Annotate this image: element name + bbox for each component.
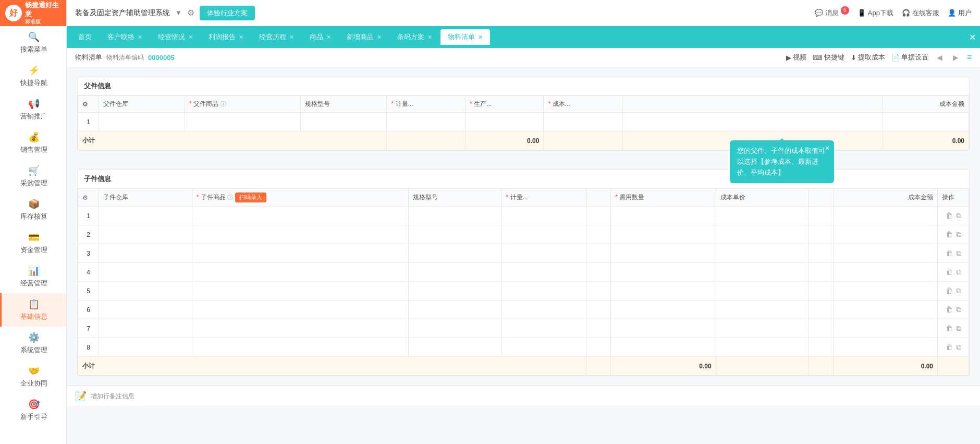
sidebar-item-enterprise[interactable]: 🤝 企业协同 [0, 360, 66, 393]
tab-goods[interactable]: 商品 ✕ [302, 29, 338, 45]
sidebar-item-inventory[interactable]: 📦 库存核算 [0, 193, 66, 226]
child-unit-8[interactable] [501, 338, 586, 357]
copy-icon[interactable]: ⧉ [956, 268, 961, 277]
delete-icon[interactable]: 🗑 [946, 305, 953, 314]
tooltip-close-icon[interactable]: ✕ [825, 143, 830, 153]
child-price-7[interactable] [716, 319, 809, 338]
child-unit-2[interactable] [501, 225, 586, 244]
child-warehouse-5[interactable] [99, 282, 192, 301]
parent-unit-cell[interactable] [387, 113, 466, 131]
tab-close-icon[interactable]: ✕ [326, 34, 331, 41]
child-goods-7[interactable] [192, 319, 408, 338]
child-unit-4[interactable] [501, 263, 586, 282]
child-goods-2[interactable] [192, 225, 408, 244]
child-price-2[interactable] [716, 225, 809, 244]
breadcrumb-item1[interactable]: 物料清单 [75, 53, 102, 62]
child-spec-4[interactable] [408, 263, 501, 282]
copy-icon[interactable]: ⧉ [956, 343, 961, 352]
child-warehouse-1[interactable] [99, 207, 192, 225]
user-item[interactable]: 👤 用户 [948, 8, 972, 18]
parent-warehouse-cell[interactable] [99, 113, 185, 131]
single-settings-btn[interactable]: 📄 单据设置 [891, 53, 928, 62]
tab-operations[interactable]: 经营情况 ✕ [151, 29, 200, 45]
copy-icon[interactable]: ⧉ [956, 305, 961, 314]
tab-new-goods[interactable]: 新增商品 ✕ [339, 29, 389, 45]
sidebar-item-search[interactable]: 🔍 搜索菜单 [0, 26, 66, 59]
parent-cost-cell[interactable] [544, 113, 622, 131]
child-qty-3[interactable] [611, 244, 716, 263]
sidebar-item-purchase[interactable]: 🛒 采购管理 [0, 160, 66, 193]
child-spec-5[interactable] [408, 282, 501, 301]
child-unit-3[interactable] [501, 244, 586, 263]
copy-icon[interactable]: ⧉ [956, 230, 961, 239]
child-qty-1[interactable] [611, 207, 716, 225]
next-arrow-icon[interactable]: ▶ [951, 52, 961, 63]
child-goods-4[interactable] [192, 263, 408, 282]
trial-button[interactable]: 体验行业方案 [200, 6, 255, 20]
child-price-6[interactable] [716, 301, 809, 319]
child-qty-7[interactable] [611, 319, 716, 338]
tab-bom[interactable]: 物料清单 ✕ [440, 29, 490, 45]
child-price-5[interactable] [716, 282, 809, 301]
delete-icon[interactable]: 🗑 [946, 230, 953, 239]
parent-goods-cell[interactable] [185, 113, 300, 131]
delete-icon[interactable]: 🗑 [946, 249, 953, 258]
child-goods-3[interactable] [192, 244, 408, 263]
child-price-4[interactable] [716, 263, 809, 282]
child-spec-3[interactable] [408, 244, 501, 263]
delete-icon[interactable]: 🗑 [946, 343, 953, 352]
prev-arrow-icon[interactable]: ◀ [935, 52, 945, 63]
tab-history[interactable]: 经营历程 ✕ [252, 29, 301, 45]
child-spec-8[interactable] [408, 338, 501, 357]
tab-close-icon[interactable]: ✕ [289, 34, 294, 41]
child-goods-5[interactable] [192, 282, 408, 301]
settings-icon[interactable]: ⚙ [187, 8, 194, 18]
add-row-icon[interactable]: 📝 [75, 390, 87, 402]
tab-close-icon[interactable]: ✕ [188, 34, 193, 41]
sidebar-item-basic-info[interactable]: 📋 基础信息 [0, 293, 66, 327]
child-qty-4[interactable] [611, 263, 716, 282]
online-service-item[interactable]: 🎧 在线客服 [902, 8, 939, 18]
child-goods-6[interactable] [192, 301, 408, 319]
sidebar-item-nav[interactable]: ⚡ 快捷导航 [0, 59, 66, 93]
child-spec-6[interactable] [408, 301, 501, 319]
delete-icon[interactable]: 🗑 [946, 211, 953, 220]
close-all-tabs-icon[interactable]: ✕ [969, 32, 976, 42]
sidebar-item-marketing[interactable]: 📢 营销推广 [0, 93, 66, 126]
child-qty-5[interactable] [611, 282, 716, 301]
child-warehouse-3[interactable] [99, 244, 192, 263]
sidebar-item-operations[interactable]: 📊 经营管理 [0, 260, 66, 293]
delete-icon[interactable]: 🗑 [946, 324, 953, 333]
parent-col-settings[interactable]: ⚙ [78, 96, 99, 113]
child-unit-5[interactable] [501, 282, 586, 301]
child-col-settings[interactable]: ⚙ [78, 189, 99, 207]
tab-customer[interactable]: 客户联络 ✕ [100, 29, 150, 45]
child-goods-1[interactable] [192, 207, 408, 225]
sidebar-item-sales[interactable]: 💰 销售管理 [0, 126, 66, 160]
tab-close-icon[interactable]: ✕ [427, 34, 432, 41]
tab-close-icon[interactable]: ✕ [239, 34, 243, 41]
delete-icon[interactable]: 🗑 [946, 268, 953, 277]
sidebar-item-guide[interactable]: 🎯 新手引导 [0, 393, 66, 427]
copy-icon[interactable]: ⧉ [956, 324, 961, 333]
child-spec-7[interactable] [408, 319, 501, 338]
scan-button[interactable]: 扫码录入 [235, 193, 266, 202]
grid-view-icon[interactable]: ≡ [967, 53, 972, 62]
child-warehouse-2[interactable] [99, 225, 192, 244]
child-unit-6[interactable] [501, 301, 586, 319]
view-btn[interactable]: ▶ 视频 [786, 53, 806, 62]
messages-item[interactable]: 💬 消息 6 [815, 8, 849, 18]
delete-icon[interactable]: 🗑 [946, 286, 953, 295]
child-warehouse-6[interactable] [99, 301, 192, 319]
child-warehouse-4[interactable] [99, 263, 192, 282]
tab-barcode[interactable]: 条码方案 ✕ [390, 29, 439, 45]
child-price-3[interactable] [716, 244, 809, 263]
child-unit-1[interactable] [501, 207, 586, 225]
child-qty-6[interactable] [611, 301, 716, 319]
extract-cost-btn[interactable]: ⬇ 提取成本 [851, 53, 885, 62]
child-price-8[interactable] [716, 338, 809, 357]
child-warehouse-7[interactable] [99, 319, 192, 338]
copy-icon[interactable]: ⧉ [956, 286, 961, 295]
app-download-item[interactable]: 📱 App下载 [858, 8, 893, 18]
child-qty-8[interactable] [611, 338, 716, 357]
